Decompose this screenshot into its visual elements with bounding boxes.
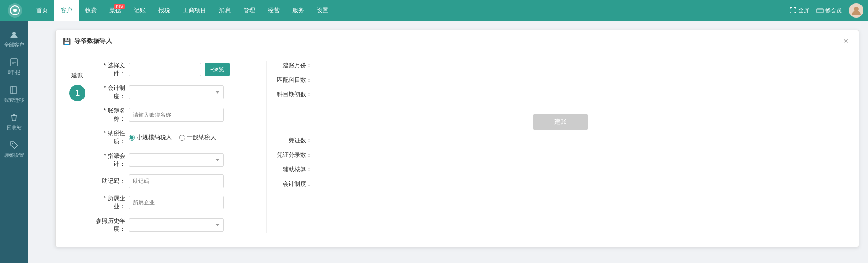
- form-fields: * 选择文件： +浏览 * 会计制度：: [95, 61, 253, 233]
- nav-item-invoices[interactable]: 票据 new: [103, 0, 128, 21]
- sidebar-label-account-migration: 账套迁移: [4, 97, 24, 103]
- dialog-header: 💾 导爷数据导入 ×: [56, 30, 859, 52]
- tax-type-radio-group: 小规模纳税人 一般纳税人: [129, 133, 216, 141]
- sidebar-item-all-customers[interactable]: 全部客户: [0, 25, 28, 52]
- book-icon: [9, 85, 19, 95]
- nav-item-home[interactable]: 首页: [30, 0, 54, 21]
- close-button[interactable]: ×: [840, 36, 851, 47]
- tax-type-label: * 纳税性质：: [95, 129, 125, 146]
- nav-item-operations[interactable]: 经营: [261, 0, 286, 21]
- nav-item-business[interactable]: 工商项目: [176, 0, 213, 21]
- file-select-row: * 选择文件： +浏览: [95, 61, 253, 78]
- small-taxpayer-label: 小规模纳税人: [137, 133, 172, 141]
- fullscreen-button[interactable]: 全屏: [789, 7, 809, 14]
- accounting-system-label: * 会计制度：: [95, 84, 125, 100]
- voucher-count-row: 凭证数：: [276, 136, 845, 145]
- content-area: 💾 导爷数据导入 × 建账 1: [28, 21, 868, 263]
- account-month-label: 建账月份：: [276, 61, 312, 70]
- ledger-name-row: * 账簿名称：: [95, 107, 253, 123]
- sidebar-item-account-migration[interactable]: 账套迁移: [0, 80, 28, 107]
- reference-year-label: 参照历史年度：: [95, 217, 125, 233]
- vip-button[interactable]: 畅会员: [816, 7, 842, 14]
- match-subjects-label: 匹配科目数：: [276, 76, 312, 84]
- company-row: * 所属企业：: [95, 194, 253, 211]
- auxiliary-accounting-label: 辅助核算：: [276, 165, 312, 174]
- dialog-title: 导爷数据导入: [74, 37, 112, 45]
- accounting-system-info-label: 会计制度：: [276, 180, 312, 188]
- assign-accountant-select[interactable]: [129, 153, 224, 167]
- auxiliary-accounting-row: 辅助核算：: [276, 165, 845, 174]
- company-input[interactable]: [129, 196, 224, 209]
- user-icon: [851, 5, 862, 16]
- nav-item-tax[interactable]: 报税: [152, 0, 176, 21]
- step-badge: 1: [69, 85, 85, 101]
- dialog-title-area: 💾 导爷数据导入: [63, 37, 112, 45]
- small-taxpayer-radio[interactable]: [129, 135, 135, 141]
- step-label: 建账: [71, 71, 83, 80]
- account-month-row: 建账月份：: [276, 61, 845, 70]
- sidebar-item-recycle-bin[interactable]: 回收站: [0, 108, 28, 135]
- new-badge: new: [114, 4, 125, 9]
- nav-item-messages[interactable]: 消息: [213, 0, 237, 21]
- general-taxpayer-label: 一般纳税人: [187, 133, 216, 141]
- sidebar-label-zero-declaration: 0申报: [8, 69, 20, 76]
- assign-accountant-label: * 指派会计：: [95, 152, 125, 168]
- build-button-area: 建账: [276, 105, 845, 130]
- nav-item-fees[interactable]: 收费: [79, 0, 103, 21]
- ledger-name-input[interactable]: [129, 108, 224, 122]
- subject-opening-row: 科目期初数：: [276, 90, 845, 99]
- voucher-entries-row: 凭证分录数：: [276, 151, 845, 159]
- sidebar-item-tag-settings[interactable]: 标签设置: [0, 136, 28, 162]
- nav-items: 首页 客户 收费 票据 new 记账 报税 工商项目 消息 管理 经营 服务 设…: [30, 0, 789, 21]
- import-icon: 💾: [63, 38, 71, 45]
- trash-icon: [9, 113, 19, 122]
- reference-year-select[interactable]: [129, 218, 224, 232]
- import-dialog: 💾 导爷数据导入 × 建账 1: [55, 30, 859, 247]
- subject-opening-label: 科目期初数：: [276, 90, 312, 99]
- sidebar: 全部客户 0申报 账套迁移: [0, 21, 28, 263]
- sidebar-label-tag-settings: 标签设置: [4, 152, 24, 159]
- user-avatar[interactable]: [849, 3, 863, 18]
- voucher-count-label: 凭证数：: [276, 136, 312, 145]
- general-taxpayer-radio[interactable]: [179, 135, 185, 141]
- svg-point-5: [12, 143, 13, 144]
- fullscreen-icon: [789, 7, 797, 14]
- tag-icon: [9, 140, 19, 150]
- accounting-system-select[interactable]: [129, 85, 224, 99]
- form-right-section: 建账月份： 匹配科目数： 科目期初数： 建账: [266, 61, 845, 233]
- person-icon: [9, 30, 19, 40]
- svg-rect-0: [817, 9, 823, 13]
- svg-point-2: [12, 32, 16, 35]
- accounting-system-row: * 会计制度：: [95, 84, 253, 100]
- form-left-section: 建账 1 * 选择文件： +浏览 * 会计制度：: [69, 61, 253, 233]
- general-taxpayer-option[interactable]: 一般纳税人: [179, 133, 216, 141]
- ledger-name-label: * 账簿名称：: [95, 107, 125, 123]
- voucher-entries-label: 凭证分录数：: [276, 151, 312, 159]
- assign-accountant-row: * 指派会计：: [95, 152, 253, 168]
- company-label: * 所属企业：: [95, 194, 125, 211]
- main-layout: 全部客户 0申报 账套迁移: [0, 21, 868, 263]
- vip-icon: [816, 7, 824, 14]
- dialog-body: 建账 1 * 选择文件： +浏览 * 会计制度：: [56, 52, 859, 247]
- file-select-input[interactable]: [129, 63, 201, 76]
- match-subjects-row: 匹配科目数：: [276, 76, 845, 84]
- top-navigation: 首页 客户 收费 票据 new 记账 报税 工商项目 消息 管理 经营 服务 设…: [0, 0, 868, 21]
- small-taxpayer-option[interactable]: 小规模纳税人: [129, 133, 172, 141]
- nav-right-area: 全屏 畅会员: [789, 3, 863, 18]
- memo-code-input[interactable]: [129, 174, 224, 188]
- app-logo[interactable]: [5, 0, 25, 21]
- file-select-label: * 选择文件：: [95, 61, 125, 78]
- sidebar-item-zero-declaration[interactable]: 0申报: [0, 53, 28, 80]
- build-account-button[interactable]: 建账: [533, 114, 588, 130]
- accounting-system-info-row: 会计制度：: [276, 180, 845, 188]
- nav-item-bookkeeping[interactable]: 记账: [128, 0, 152, 21]
- file-icon: [9, 57, 19, 67]
- sidebar-label-recycle-bin: 回收站: [7, 124, 22, 131]
- nav-item-services[interactable]: 服务: [286, 0, 310, 21]
- tax-type-row: * 纳税性质： 小规模纳税人 一般纳税人: [95, 129, 253, 146]
- browse-button[interactable]: +浏览: [205, 63, 230, 76]
- nav-item-management[interactable]: 管理: [237, 0, 261, 21]
- nav-item-settings[interactable]: 设置: [310, 0, 335, 21]
- reference-year-row: 参照历史年度：: [95, 217, 253, 233]
- nav-item-customers[interactable]: 客户: [54, 0, 79, 21]
